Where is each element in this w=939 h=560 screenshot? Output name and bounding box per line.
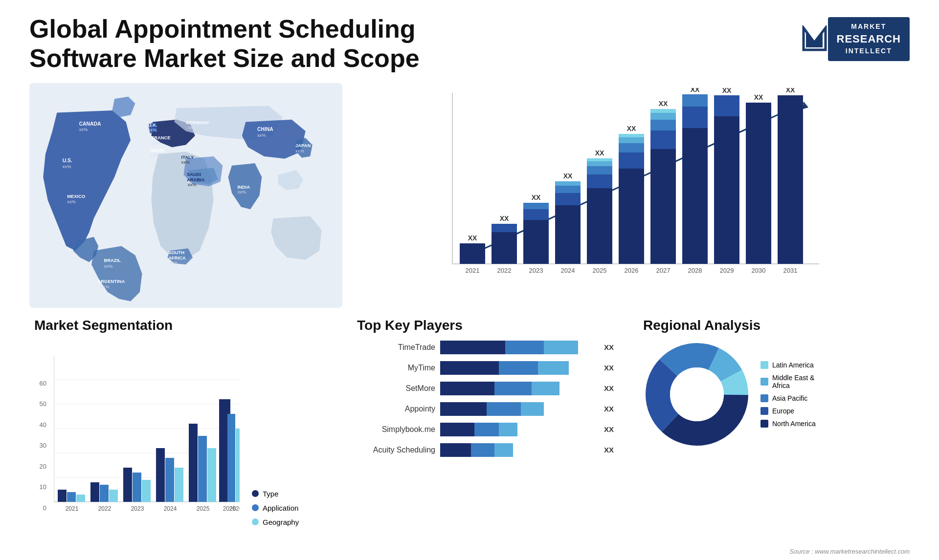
svg-rect-38 [460,243,485,264]
player-bar-ac1 [440,443,471,457]
donut-chart-svg [643,341,751,448]
legend-europe: Europe [760,407,816,415]
legend-text-europe: Europe [772,407,794,415]
source-text: Source : www.marketresearchintellect.com [789,548,910,555]
svg-rect-83 [714,116,739,264]
player-label-appointy: XX [604,402,614,416]
svg-text:XX: XX [500,215,509,222]
svg-rect-127 [100,485,109,502]
svg-rect-56 [587,188,612,264]
player-bar-seg-3 [544,341,578,354]
svg-text:SPAIN: SPAIN [151,147,164,152]
legend-text-na: North America [772,420,816,428]
svg-text:SAUDI: SAUDI [187,172,201,177]
header: Global Appointment Scheduling Software M… [29,15,910,73]
svg-text:ARABIA: ARABIA [187,176,205,182]
legend-north-america: North America [760,420,816,428]
player-row-acuity: Acuity Scheduling XX [357,443,614,457]
player-row-appointy: Appointy XX [357,402,614,416]
svg-text:XX: XX [563,172,573,180]
svg-text:2028: 2028 [688,267,702,274]
svg-rect-100 [587,166,612,174]
svg-rect-95 [523,203,549,209]
svg-text:INDIA: INDIA [237,184,250,189]
svg-rect-130 [123,468,132,502]
legend-geography: Geography [252,518,299,526]
player-bar-seg-2 [505,341,544,354]
svg-rect-106 [619,134,644,137]
legend-label-application: Application [263,504,298,512]
svg-rect-122 [58,490,67,502]
svg-rect-145 [219,399,227,502]
svg-rect-101 [587,161,612,166]
legend-color-apac [760,394,768,402]
svg-rect-147 [236,429,240,502]
svg-text:xx%: xx% [237,189,246,194]
svg-text:xx%: xx% [63,163,71,169]
player-bar-a2 [487,402,521,416]
svg-text:XX: XX [627,125,636,132]
svg-text:2021: 2021 [466,267,480,274]
legend-latin-america: Latin America [760,361,816,369]
content-grid: CANADA xx% U.S. xx% MEXICO xx% BRAZIL xx… [29,83,910,560]
player-row-mytime: MyTime XX [357,361,614,375]
donut-legend: Latin America Middle East &Africa Asia P… [760,361,816,428]
legend-text-latin: Latin America [772,361,814,369]
legend-application: Application [252,504,299,512]
svg-text:2023: 2023 [131,505,144,512]
svg-text:2027: 2027 [656,267,671,274]
player-label-timetrade: XX [604,341,614,354]
svg-rect-105 [619,137,644,143]
donut-area: Latin America Middle East &Africa Asia P… [643,341,900,448]
svg-rect-126 [90,482,99,502]
svg-rect-63 [619,169,644,264]
svg-rect-107 [650,130,676,149]
svg-text:2022: 2022 [497,267,512,274]
svg-rect-134 [156,448,165,502]
svg-text:xx%: xx% [181,159,190,165]
svg-rect-110 [650,109,676,113]
svg-rect-114 [714,95,739,116]
player-bar-sb1 [440,423,474,436]
svg-text:XX: XX [691,88,700,93]
svg-rect-45 [523,220,549,264]
svg-text:xx%: xx% [79,127,88,132]
player-name-simplybook: Simplybook.me [357,425,435,434]
player-name-mytime: MyTime [357,364,435,372]
legend-dot-geography [252,518,259,525]
svg-text:xx%: xx% [151,140,160,145]
player-bar-ac3 [494,443,513,457]
svg-text:AFRICA: AFRICA [168,255,186,260]
svg-text:BRAZIL: BRAZIL [104,258,121,263]
svg-text:XX: XX [722,88,732,94]
svg-text:xx%: xx% [67,199,76,204]
svg-text:xx%: xx% [169,260,178,265]
svg-text:xx%: xx% [148,127,157,132]
svg-text:CHINA: CHINA [257,127,273,132]
svg-rect-131 [133,473,141,502]
regional-title: Regional Analysis [643,318,900,333]
page-container: Global Appointment Scheduling Software M… [0,0,939,560]
svg-text:2024: 2024 [561,267,575,274]
legend-label-geography: Geography [263,518,299,526]
svg-text:2026: 2026 [625,267,639,274]
svg-rect-102 [587,158,612,161]
svg-rect-98 [555,181,581,186]
svg-text:MEXICO: MEXICO [67,193,85,198]
svg-text:2023: 2023 [529,267,543,274]
player-bar-appointy [440,402,595,416]
svg-point-154 [670,367,724,421]
svg-rect-104 [619,143,644,152]
svg-rect-93 [492,224,517,232]
svg-rect-123 [67,492,76,502]
legend-type: Type [252,490,299,498]
player-bar-sb3 [499,423,517,436]
players-title: Top Key Players [357,318,614,333]
svg-text:ARGENTINA: ARGENTINA [97,278,125,283]
svg-text:2031: 2031 [783,267,798,274]
player-label-setmore: XX [604,382,614,395]
svg-rect-132 [142,480,151,502]
logo-text: MARKET RESEARCH INTELLECT [828,17,910,61]
svg-text:xx%: xx% [295,148,304,153]
svg-text:XX: XX [754,93,763,101]
